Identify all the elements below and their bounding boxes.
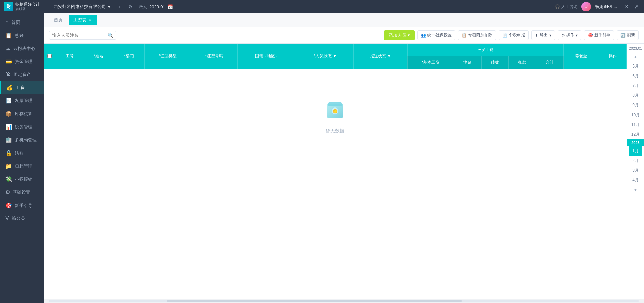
logo-icon: 财 — [4, 2, 13, 11]
sidebar-item-close[interactable]: 🔒 结账 — [0, 146, 44, 160]
sidebar-item-expense[interactable]: 💸 小畅报销 — [0, 173, 44, 186]
month-6[interactable]: 6月 — [627, 71, 644, 81]
month-9[interactable]: 9月 — [627, 100, 644, 110]
deduction-icon: 📋 — [462, 33, 467, 38]
col-allowance: 津贴 — [454, 56, 481, 69]
settings-btn[interactable]: ⚙ — [126, 3, 135, 11]
month-down-arrow[interactable]: ▼ — [632, 186, 640, 194]
period-info: 账期 2023-01 📅 — [139, 4, 173, 10]
sidebar-item-ledger[interactable]: 📋 总账 — [0, 29, 44, 42]
sidebar-item-fund[interactable]: 💳 资金管理 — [0, 55, 44, 68]
operation-btn[interactable]: ⚙ 操作 ▾ — [558, 30, 581, 40]
sidebar-item-tax[interactable]: 📊 税务管理 — [0, 120, 44, 133]
month-8[interactable]: 8月 — [627, 91, 644, 100]
report-filter-icon: ▼ — [387, 54, 391, 58]
guide-toolbar-icon: 🎯 — [588, 33, 593, 38]
col-report-status[interactable]: 报送状态 ▼ — [354, 44, 407, 69]
close-window-btn[interactable]: × — [622, 3, 631, 11]
month-2[interactable]: 2月 — [627, 156, 644, 166]
tab-bar: 首页 工资表 × — [44, 13, 644, 27]
multi-icon: 🏢 — [5, 137, 12, 143]
month-3[interactable]: 3月 — [627, 166, 644, 175]
svg-rect-1 — [328, 102, 342, 106]
sidebar-item-invoice[interactable]: 🧾 发票管理 — [0, 94, 44, 107]
top-header: 财 畅捷通好会计 旗舰版 西安虾米网络科技有限公司 ▾ + ⚙ 账期 2023-… — [0, 0, 644, 13]
month-5[interactable]: 5月 — [627, 61, 644, 71]
month-7[interactable]: 7月 — [627, 81, 644, 91]
ledger-icon: 📋 — [5, 32, 12, 39]
maximize-window-btn[interactable]: ⤢ — [632, 3, 640, 11]
right-panel-header: 2023.01 — [627, 45, 644, 52]
month-10[interactable]: 10月 — [627, 110, 644, 120]
vip-icon: V — [5, 215, 9, 221]
header-right: 🎧 人工咨询 U 畅捷通B组... × ⤢ — [555, 2, 640, 11]
search-input[interactable] — [52, 33, 106, 38]
tab-salary[interactable]: 工资表 × — [69, 15, 97, 25]
tab-close-btn[interactable]: × — [88, 18, 92, 23]
scroll-thumb[interactable] — [167, 300, 462, 302]
expense-icon: 💸 — [5, 176, 12, 182]
tab-home[interactable]: 首页 — [49, 15, 67, 25]
search-icon: 🔍 — [108, 33, 113, 38]
header-actions: + ⚙ — [116, 3, 135, 11]
toolbar-right: 添加人员 ▾ 👥 统一社保设置 📋 专项附加扣除 📄 个税申报 ⬇ 导 — [384, 30, 639, 40]
salary-table: 工号 *姓名 *部门 *证型类型 *证型号码 国籍（地区） *人员状态 ▼ — [44, 44, 627, 161]
operation-icon: ⚙ — [561, 33, 565, 38]
export-chevron: ▾ — [549, 33, 551, 38]
sidebar-label-invoice: 发票管理 — [15, 98, 32, 104]
social-security-btn[interactable]: 👥 统一社保设置 — [417, 30, 455, 40]
sidebar-label-assets: 固定资产 — [13, 72, 31, 78]
sidebar-item-vip[interactable]: V 畅会员 — [0, 212, 44, 225]
sidebar-item-settings[interactable]: ⚙ 基础设置 — [0, 186, 44, 199]
period-value: 2023-01 — [149, 4, 165, 9]
sidebar-label-ledger: 总账 — [15, 33, 24, 39]
tax-icon: 📊 — [5, 124, 12, 130]
sidebar-item-archive[interactable]: 📁 归档管理 — [0, 160, 44, 173]
add-employee-btn[interactable]: 添加人员 ▾ — [384, 30, 415, 40]
calendar-icon[interactable]: 📅 — [167, 4, 173, 9]
guide-btn[interactable]: 🎯 新手引导 — [584, 30, 614, 40]
empty-icon: 😐 — [321, 96, 348, 123]
sidebar-item-guide[interactable]: 🎯 新手引导 — [0, 199, 44, 212]
tax-report-btn[interactable]: 📄 个税申报 — [499, 30, 529, 40]
company-selector[interactable]: 西安虾米网络科技有限公司 ▾ — [51, 2, 113, 11]
col-employee-no: 工号 — [56, 44, 83, 69]
sidebar-item-home[interactable]: ⌂ 首页 — [0, 16, 44, 29]
user-name[interactable]: 畅捷通B组... — [595, 4, 617, 10]
col-id-type: *证型类型 — [144, 44, 191, 69]
col-status[interactable]: *人员状态 ▼ — [297, 44, 354, 69]
month-4[interactable]: 4月 — [627, 175, 644, 185]
select-all-checkbox[interactable] — [47, 54, 52, 58]
empty-text: 暂无数据 — [326, 128, 344, 134]
export-icon: ⬇ — [535, 33, 538, 38]
tab-salary-label: 工资表 — [73, 17, 86, 23]
sidebar-item-assets[interactable]: 🏗 固定资产 — [0, 68, 44, 81]
export-btn[interactable]: ⬇ 导出 ▾ — [531, 30, 555, 40]
company-dropdown-icon: ▾ — [108, 4, 110, 9]
headphone-icon: 🎧 — [555, 4, 560, 9]
sidebar-label-archive: 归档管理 — [15, 163, 32, 169]
add-company-btn[interactable]: + — [116, 3, 124, 11]
refresh-btn[interactable]: 🔄 刷新 — [617, 30, 639, 40]
refresh-icon: 🔄 — [620, 33, 626, 38]
table-container: 工号 *姓名 *部门 *证型类型 *证型号码 国籍（地区） *人员状态 ▼ — [44, 44, 627, 299]
month-1[interactable]: 1月 — [629, 146, 642, 156]
period-label: 账期 — [139, 4, 147, 10]
sidebar-item-salary[interactable]: 💰 工资 — [0, 81, 44, 94]
service-btn[interactable]: 🎧 人工咨询 — [555, 4, 577, 10]
scroll-track[interactable] — [49, 300, 639, 302]
guide-icon: 🎯 — [5, 202, 12, 209]
sidebar-label-multi: 多机构管理 — [15, 137, 37, 143]
sidebar-item-inventory[interactable]: 📦 库存核算 — [0, 107, 44, 120]
deduction-btn[interactable]: 📋 专项附加扣除 — [458, 30, 496, 40]
home-icon: ⌂ — [5, 19, 9, 26]
month-up-arrow[interactable]: ▲ — [632, 53, 640, 61]
month-11[interactable]: 11月 — [627, 120, 644, 130]
logo-sub: 旗舰版 — [15, 7, 40, 11]
sidebar-item-multi[interactable]: 🏢 多机构管理 — [0, 133, 44, 146]
user-avatar: U — [581, 2, 591, 11]
add-employee-chevron: ▾ — [408, 33, 410, 38]
month-12[interactable]: 12月 — [627, 130, 644, 139]
col-region: 国籍（地区） — [237, 44, 297, 69]
sidebar-item-cloud[interactable]: ☁ 云报表中心 — [0, 42, 44, 55]
